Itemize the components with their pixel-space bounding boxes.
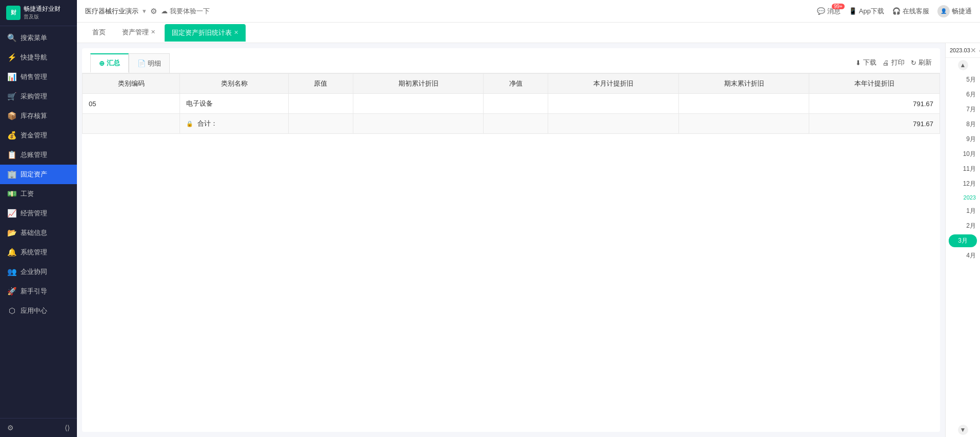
row-code: 05 bbox=[83, 94, 180, 114]
col-original: 原值 bbox=[288, 74, 353, 94]
online-service-button[interactable]: 🎧 在线客服 bbox=[892, 7, 929, 16]
row-initial-depreciation bbox=[353, 94, 484, 114]
sidebar-item-purchase[interactable]: 🛒 采购管理 bbox=[0, 87, 77, 106]
sidebar-item-operations[interactable]: 📈 经营管理 bbox=[0, 204, 77, 223]
sidebar-item-icon-ledger: 📋 bbox=[7, 150, 16, 160]
sidebar-item-label-quick-nav: 快捷导航 bbox=[21, 53, 47, 62]
date-month-2[interactable]: 2月 bbox=[946, 218, 980, 233]
subtabs: ⊕ 汇总 📄 明细 ⬇ 下载 🖨 打印 bbox=[82, 48, 940, 73]
app-download-button[interactable]: 📱 App下载 bbox=[849, 7, 884, 16]
sidebar-item-icon-collab: 👥 bbox=[7, 267, 16, 276]
date-nav-up[interactable]: ▲ bbox=[958, 60, 968, 70]
date-month-7[interactable]: 7月 bbox=[946, 102, 980, 117]
total-label-text: 合计： bbox=[197, 120, 217, 127]
total-year-depreciation: 791.67 bbox=[809, 114, 940, 134]
message-button[interactable]: 💬 消息 99+ bbox=[817, 7, 841, 16]
sidebar-item-system[interactable]: 🔔 系统管理 bbox=[0, 243, 77, 262]
sidebar-item-search[interactable]: 🔍 搜索菜单 bbox=[0, 28, 77, 48]
sidebar-item-icon-quick-nav: ⚡ bbox=[7, 53, 16, 62]
download-icon: ⬇ bbox=[855, 59, 861, 67]
date-month-1[interactable]: 1月 bbox=[946, 204, 980, 218]
subtab-detail[interactable]: 📄 明细 bbox=[129, 53, 170, 73]
date-month-12[interactable]: 12月 bbox=[946, 176, 980, 191]
table-header-row: 类别编码 类别名称 原值 期初累计折旧 净值 本月计提折旧 期末累计折旧 本年计… bbox=[83, 74, 940, 94]
date-panel: 2023.03 ✕ ⤢ ▲ 5月 6月 7月 8月 9月 10月 11月 12月… bbox=[945, 43, 980, 437]
total-empty bbox=[83, 114, 180, 134]
sidebar-item-app-center[interactable]: ⬡ 应用中心 bbox=[0, 301, 77, 321]
sidebar-item-icon-operations: 📈 bbox=[7, 209, 16, 218]
sidebar-item-ledger[interactable]: 📋 总账管理 bbox=[0, 145, 77, 165]
sidebar-item-icon-inventory: 📦 bbox=[7, 111, 16, 121]
refresh-icon: ↻ bbox=[911, 59, 916, 67]
date-month-5[interactable]: 5月 bbox=[946, 72, 980, 87]
date-nav-down[interactable]: ▼ bbox=[958, 425, 968, 435]
collapse-icon[interactable]: ⟨⟩ bbox=[65, 424, 70, 432]
date-year-2023: 2023 bbox=[946, 191, 980, 204]
main-panel: ⊕ 汇总 📄 明细 ⬇ 下载 🖨 打印 bbox=[82, 48, 940, 432]
row-original bbox=[288, 94, 353, 114]
message-icon: 💬 bbox=[817, 7, 825, 15]
tab-asset-management-close-icon[interactable]: ✕ bbox=[151, 29, 155, 35]
content-area: ⊕ 汇总 📄 明细 ⬇ 下载 🖨 打印 bbox=[77, 43, 980, 437]
sidebar-item-label-sales: 销售管理 bbox=[21, 72, 47, 82]
tab-home[interactable]: 首页 bbox=[85, 24, 113, 42]
tab-fixed-asset-depreciation-close-icon[interactable]: ✕ bbox=[234, 29, 238, 36]
company-dropdown-icon[interactable]: ▾ bbox=[143, 7, 146, 15]
date-panel-close-icon[interactable]: ✕ bbox=[970, 46, 976, 54]
subtab-summary[interactable]: ⊕ 汇总 bbox=[90, 53, 129, 73]
row-year-depreciation: 791.67 bbox=[809, 94, 940, 114]
refresh-button[interactable]: ↻ 刷新 bbox=[911, 58, 932, 67]
sidebar-item-label-ledger: 总账管理 bbox=[21, 150, 47, 160]
sidebar-item-collab[interactable]: 👥 企业协同 bbox=[0, 262, 77, 282]
sidebar-item-label-purchase: 采购管理 bbox=[21, 92, 47, 101]
sidebar-item-quick-nav[interactable]: ⚡ 快捷导航 bbox=[0, 48, 77, 67]
tab-fixed-asset-depreciation[interactable]: 固定资产折旧统计表 ✕ bbox=[165, 24, 246, 42]
download-button[interactable]: ⬇ 下载 bbox=[855, 58, 876, 67]
date-panel-year-label: 2023.03 bbox=[950, 47, 970, 53]
company-name: 医疗器械行业演示 bbox=[85, 7, 138, 16]
sidebar-item-icon-basic-info: 📂 bbox=[7, 228, 16, 237]
col-name: 类别名称 bbox=[180, 74, 289, 94]
row-month-depreciation bbox=[548, 94, 679, 114]
sidebar-item-fixed-asset[interactable]: 🏢 固定资产 bbox=[0, 165, 77, 184]
col-initial-depreciation: 期初累计折旧 bbox=[353, 74, 484, 94]
subtabs-left: ⊕ 汇总 📄 明细 bbox=[90, 53, 170, 73]
refresh-label: 刷新 bbox=[918, 58, 932, 67]
user-avatar: 👤 bbox=[937, 5, 950, 17]
sidebar-item-inventory[interactable]: 📦 库存核算 bbox=[0, 106, 77, 126]
sidebar-item-label-operations: 经营管理 bbox=[21, 209, 47, 218]
topbar: 医疗器械行业演示 ▾ ⚙ ☁ 我要体验一下 💬 消息 99+ 📱 App下载 🎧… bbox=[77, 0, 980, 23]
tab-asset-management[interactable]: 资产管理 ✕ bbox=[115, 24, 163, 42]
sidebar-item-payroll[interactable]: 💵 工资 bbox=[0, 184, 77, 204]
sidebar-item-basic-info[interactable]: 📂 基础信息 bbox=[0, 223, 77, 243]
date-month-6[interactable]: 6月 bbox=[946, 87, 980, 102]
date-month-8[interactable]: 8月 bbox=[946, 117, 980, 132]
date-month-9[interactable]: 9月 bbox=[946, 132, 980, 147]
date-month-11[interactable]: 11月 bbox=[946, 162, 980, 176]
message-badge: 99+ bbox=[832, 4, 845, 9]
subtab-detail-icon: 📄 bbox=[137, 59, 146, 67]
settings-icon[interactable]: ⚙ bbox=[7, 424, 14, 432]
sidebar-item-label-search: 搜索菜单 bbox=[21, 33, 47, 43]
sidebar-item-sales[interactable]: 📊 销售管理 bbox=[0, 67, 77, 87]
sidebar-item-icon-system: 🔔 bbox=[7, 248, 16, 257]
experience-button[interactable]: ☁ 我要体验一下 bbox=[161, 7, 210, 16]
sidebar-item-icon-guide: 🚀 bbox=[7, 287, 16, 296]
col-code: 类别编码 bbox=[83, 74, 180, 94]
online-service-icon: 🎧 bbox=[892, 7, 901, 15]
date-month-4[interactable]: 4月 bbox=[946, 248, 980, 263]
sidebar-item-guide[interactable]: 🚀 新手引导 bbox=[0, 282, 77, 301]
logo-icon: 财 bbox=[6, 6, 21, 20]
download-label: 下载 bbox=[863, 58, 876, 67]
total-month-depreciation bbox=[548, 114, 679, 134]
date-month-3-selected[interactable]: 3月 bbox=[949, 234, 977, 247]
print-button[interactable]: 🖨 打印 bbox=[883, 58, 905, 67]
row-name: 电子设备 bbox=[180, 94, 289, 114]
topbar-settings-icon[interactable]: ⚙ bbox=[150, 7, 157, 16]
total-label: 🔒 合计： bbox=[180, 114, 289, 134]
subtab-detail-label: 明细 bbox=[148, 59, 161, 68]
sidebar-item-finance[interactable]: 💰 资金管理 bbox=[0, 126, 77, 145]
date-month-10[interactable]: 10月 bbox=[946, 147, 980, 162]
tab-fixed-asset-depreciation-label: 固定资产折旧统计表 bbox=[172, 28, 232, 37]
sidebar-item-label-basic-info: 基础信息 bbox=[21, 228, 47, 237]
